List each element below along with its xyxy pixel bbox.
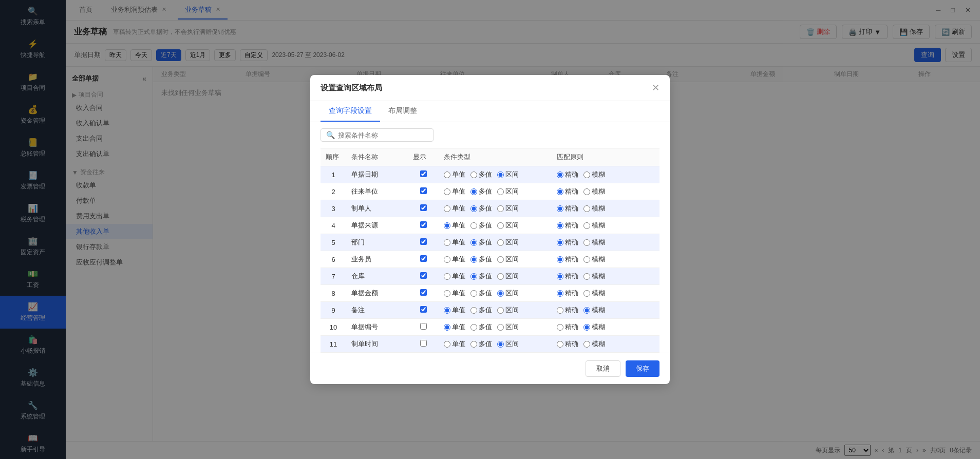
match-fuzzy-radio[interactable]	[583, 290, 590, 297]
match-fuzzy-radio[interactable]	[583, 307, 590, 314]
match-fuzzy-radio-label[interactable]: 模糊	[583, 255, 605, 264]
match-exact-radio-label[interactable]: 精确	[557, 289, 578, 298]
match-fuzzy-radio-label[interactable]: 模糊	[583, 187, 605, 196]
cancel-button[interactable]: 取消	[586, 360, 620, 377]
match-fuzzy-radio[interactable]	[583, 256, 590, 263]
match-exact-radio-label[interactable]: 精确	[557, 238, 578, 247]
condition-single-radio-label[interactable]: 单值	[444, 255, 465, 264]
condition-single-radio-label[interactable]: 单值	[444, 204, 465, 213]
condition-single-radio-label[interactable]: 单值	[444, 221, 465, 230]
condition-multiple-radio-label[interactable]: 多值	[470, 305, 492, 315]
match-exact-radio[interactable]	[557, 222, 563, 229]
condition-single-radio-label[interactable]: 单值	[444, 339, 465, 349]
save-dialog-button[interactable]: 保存	[626, 360, 659, 377]
condition-range-radio-label[interactable]: 区间	[497, 170, 519, 179]
condition-range-radio-label[interactable]: 区间	[497, 187, 519, 196]
condition-single-radio[interactable]	[444, 307, 450, 314]
match-exact-radio-label[interactable]: 精确	[557, 322, 578, 332]
condition-multiple-radio[interactable]	[470, 307, 477, 314]
match-fuzzy-radio-label[interactable]: 模糊	[583, 289, 605, 298]
condition-range-radio[interactable]	[497, 307, 504, 314]
display-checkbox[interactable]	[420, 204, 427, 211]
display-checkbox[interactable]	[420, 238, 427, 245]
match-exact-radio[interactable]	[557, 239, 563, 246]
condition-multiple-radio-label[interactable]: 多值	[470, 187, 492, 196]
match-fuzzy-radio[interactable]	[583, 188, 590, 195]
match-exact-radio-label[interactable]: 精确	[557, 339, 578, 349]
match-fuzzy-radio-label[interactable]: 模糊	[583, 272, 605, 281]
match-exact-radio[interactable]	[557, 205, 563, 212]
condition-range-radio-label[interactable]: 区间	[497, 238, 519, 247]
condition-range-radio-label[interactable]: 区间	[497, 272, 519, 281]
match-fuzzy-radio-label[interactable]: 模糊	[583, 204, 605, 213]
condition-range-radio-label[interactable]: 区间	[497, 221, 519, 230]
match-exact-radio-label[interactable]: 精确	[557, 305, 578, 315]
condition-multiple-radio-label[interactable]: 多值	[470, 255, 492, 264]
condition-multiple-radio[interactable]	[470, 290, 477, 297]
condition-multiple-radio[interactable]	[470, 222, 477, 229]
display-checkbox[interactable]	[420, 255, 427, 262]
condition-single-radio-label[interactable]: 单值	[444, 289, 465, 298]
condition-range-radio[interactable]	[497, 324, 504, 331]
condition-multiple-radio-label[interactable]: 多值	[470, 221, 492, 230]
condition-multiple-radio-label[interactable]: 多值	[470, 204, 492, 213]
match-exact-radio[interactable]	[557, 290, 563, 297]
condition-range-radio-label[interactable]: 区间	[497, 255, 519, 264]
condition-range-radio-label[interactable]: 区间	[497, 322, 519, 332]
condition-single-radio-label[interactable]: 单值	[444, 305, 465, 315]
condition-range-radio-label[interactable]: 区间	[497, 305, 519, 315]
condition-single-radio[interactable]	[444, 239, 450, 246]
match-fuzzy-radio[interactable]	[583, 324, 590, 331]
match-fuzzy-radio-label[interactable]: 模糊	[583, 170, 605, 179]
condition-range-radio[interactable]	[497, 205, 504, 212]
match-exact-radio[interactable]	[557, 171, 563, 178]
display-checkbox[interactable]	[420, 340, 427, 347]
display-checkbox[interactable]	[420, 323, 427, 330]
display-checkbox[interactable]	[420, 170, 427, 177]
match-exact-radio[interactable]	[557, 324, 563, 331]
condition-multiple-radio[interactable]	[470, 273, 477, 280]
condition-single-radio[interactable]	[444, 188, 450, 195]
condition-multiple-radio[interactable]	[470, 324, 477, 331]
condition-single-radio[interactable]	[444, 273, 450, 280]
condition-single-radio-label[interactable]: 单值	[444, 272, 465, 281]
condition-multiple-radio-label[interactable]: 多值	[470, 170, 492, 179]
match-exact-radio-label[interactable]: 精确	[557, 204, 578, 213]
match-fuzzy-radio-label[interactable]: 模糊	[583, 339, 605, 349]
condition-range-radio[interactable]	[497, 239, 504, 246]
condition-range-radio[interactable]	[497, 171, 504, 178]
match-fuzzy-radio[interactable]	[583, 273, 590, 280]
condition-single-radio-label[interactable]: 单值	[444, 187, 465, 196]
condition-multiple-radio[interactable]	[470, 341, 477, 348]
display-checkbox[interactable]	[420, 272, 427, 279]
display-checkbox[interactable]	[420, 187, 427, 194]
match-fuzzy-radio-label[interactable]: 模糊	[583, 322, 605, 332]
match-fuzzy-radio[interactable]	[583, 341, 590, 348]
match-exact-radio[interactable]	[557, 307, 563, 314]
match-fuzzy-radio-label[interactable]: 模糊	[583, 305, 605, 315]
condition-single-radio-label[interactable]: 单值	[444, 170, 465, 179]
condition-single-radio[interactable]	[444, 324, 450, 331]
condition-single-radio[interactable]	[444, 341, 450, 348]
match-exact-radio-label[interactable]: 精确	[557, 170, 578, 179]
display-checkbox[interactable]	[420, 306, 427, 313]
condition-multiple-radio[interactable]	[470, 171, 477, 178]
condition-multiple-radio-label[interactable]: 多值	[470, 272, 492, 281]
condition-search-input[interactable]	[338, 131, 428, 139]
condition-range-radio[interactable]	[497, 341, 504, 348]
condition-range-radio-label[interactable]: 区间	[497, 339, 519, 349]
condition-multiple-radio[interactable]	[470, 188, 477, 195]
display-checkbox[interactable]	[420, 221, 427, 228]
match-exact-radio-label[interactable]: 精确	[557, 187, 578, 196]
match-exact-radio-label[interactable]: 精确	[557, 221, 578, 230]
match-fuzzy-radio[interactable]	[583, 239, 590, 246]
match-fuzzy-radio[interactable]	[583, 222, 590, 229]
condition-single-radio-label[interactable]: 单值	[444, 322, 465, 332]
dialog-close-button[interactable]: ✕	[652, 82, 659, 93]
condition-range-radio[interactable]	[497, 273, 504, 280]
condition-range-radio[interactable]	[497, 188, 504, 195]
condition-single-radio[interactable]	[444, 290, 450, 297]
condition-multiple-radio-label[interactable]: 多值	[470, 322, 492, 332]
match-fuzzy-radio-label[interactable]: 模糊	[583, 221, 605, 230]
condition-range-radio-label[interactable]: 区间	[497, 289, 519, 298]
